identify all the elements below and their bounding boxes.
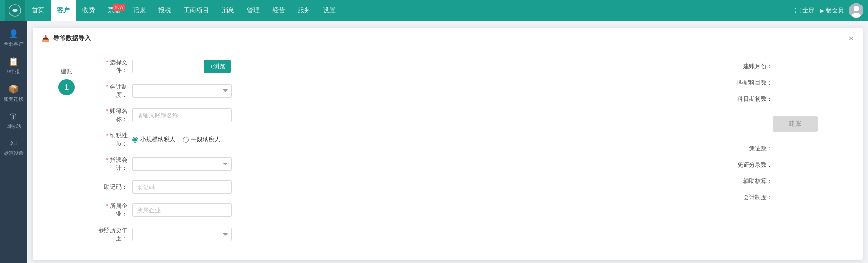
assign-accountant-row: 指派会计： <box>96 156 718 172</box>
step-label: 建账 <box>61 67 72 75</box>
match-accounts-row: 匹配科目数： <box>736 75 854 91</box>
aux-accounting-row: 辅助核算： <box>736 173 854 189</box>
period-init-label: 科目期初数： <box>736 95 777 103</box>
main-content: 📥 导爷数据导入 × 建账 1 选择文件： +浏览 <box>27 21 868 263</box>
info-panel: 建账月份： 匹配科目数： 科目期初数： 建账 凭证数： <box>727 58 863 251</box>
general-taxpayer-option[interactable]: 一般纳税人 <box>183 136 220 144</box>
build-month-label: 建账月份： <box>736 62 777 70</box>
vouchers-label: 凭证数： <box>736 145 777 153</box>
assign-accountant-select[interactable] <box>132 157 232 171</box>
voucher-entries-row: 凭证分录数： <box>736 157 854 173</box>
sidebar-item-tags[interactable]: 🏷 标签设置 <box>0 134 27 161</box>
history-year-label: 参照历史年度： <box>96 226 132 243</box>
memo-code-input[interactable] <box>132 180 232 194</box>
sidebar-item-declaration[interactable]: 📋 0申报 <box>0 52 27 80</box>
file-input[interactable] <box>132 60 204 73</box>
history-year-select[interactable] <box>132 228 232 241</box>
tags-icon: 🏷 <box>9 139 18 148</box>
top-nav: 首页 客户 收费 票据 new 记账 报税 工商项目 消息 管理 经营 服务 设… <box>0 0 868 21</box>
file-input-group: +浏览 <box>132 60 231 73</box>
nav-settings[interactable]: 设置 <box>317 0 342 21</box>
customers-icon: 👤 <box>9 29 19 39</box>
small-taxpayer-option[interactable]: 小规模纳税人 <box>132 136 175 144</box>
sidebar-item-all-customers[interactable]: 👤 全部客户 <box>0 24 27 52</box>
nav-tax[interactable]: 报税 <box>152 0 177 21</box>
fullscreen-btn[interactable]: ⛶ 全屏 <box>795 6 814 14</box>
import-icon: 📥 <box>42 35 49 42</box>
ledger-name-row: 账簿名称： <box>96 107 718 123</box>
nav-fee[interactable]: 收费 <box>76 0 101 21</box>
step-circle: 1 <box>58 79 75 95</box>
step-area: 建账 1 <box>33 58 87 251</box>
sidebar-item-recycle[interactable]: 🗑 回收站 <box>0 107 27 134</box>
tax-type-label: 纳税性质： <box>96 132 132 148</box>
memo-code-label: 助记码： <box>96 183 132 191</box>
accounting-system-row: 会计制度： <box>96 83 718 99</box>
accounting-system-label: 会计制度： <box>96 83 132 99</box>
nav-bookkeeping[interactable]: 记账 <box>127 0 152 21</box>
nav-invoice[interactable]: 票据 new <box>101 0 127 21</box>
accounting-system-select[interactable] <box>132 84 232 98</box>
sidebar: 👤 全部客户 📋 0申报 📦 账套迁移 🗑 回收站 🏷 标签设置 <box>0 21 27 263</box>
svg-point-2 <box>854 6 859 11</box>
fullscreen-icon: ⛶ <box>795 7 801 14</box>
dialog-header: 📥 导爷数据导入 × <box>33 28 863 49</box>
nav-customer[interactable]: 客户 <box>51 0 76 21</box>
logo[interactable] <box>5 0 25 21</box>
new-badge: new <box>113 4 125 11</box>
nav-home[interactable]: 首页 <box>25 0 51 21</box>
sidebar-item-migration[interactable]: 📦 账套迁移 <box>0 80 27 107</box>
match-accounts-label: 匹配科目数： <box>736 79 777 87</box>
ledger-name-input[interactable] <box>132 108 232 122</box>
info-accounting-system-row: 会计制度： <box>736 189 854 206</box>
build-account-button[interactable]: 建账 <box>773 116 818 132</box>
nav-message[interactable]: 消息 <box>215 0 241 21</box>
vouchers-row: 凭证数： <box>736 141 854 157</box>
close-button[interactable]: × <box>849 34 854 42</box>
nav-items: 首页 客户 收费 票据 new 记账 报税 工商项目 消息 管理 经营 服务 设… <box>25 0 795 21</box>
file-label: 选择文件： <box>96 58 132 75</box>
period-init-row: 科目期初数： <box>736 91 854 107</box>
tax-type-radio-group: 小规模纳税人 一般纳税人 <box>132 133 220 146</box>
build-month-row: 建账月份： <box>736 58 854 75</box>
company-label: 所属企业： <box>96 202 132 218</box>
company-input[interactable] <box>132 203 232 217</box>
declaration-icon: 📋 <box>9 56 19 66</box>
voucher-entries-label: 凭证分录数： <box>736 161 777 169</box>
history-year-row: 参照历史年度： <box>96 226 718 243</box>
tax-type-row: 纳税性质： 小规模纳税人 一般纳税人 <box>96 132 718 148</box>
member-btn[interactable]: ▶ 畅会员 <box>820 6 844 14</box>
dialog: 📥 导爷数据导入 × 建账 1 选择文件： +浏览 <box>33 28 863 260</box>
nav-right: ⛶ 全屏 ▶ 畅会员 <box>795 3 863 18</box>
avatar[interactable] <box>849 3 863 18</box>
info-accounting-system-label: 会计制度： <box>736 193 777 202</box>
small-taxpayer-radio[interactable] <box>132 137 138 143</box>
nav-operation[interactable]: 经营 <box>266 0 291 21</box>
file-row: 选择文件： +浏览 <box>96 58 718 75</box>
general-taxpayer-radio[interactable] <box>183 137 189 143</box>
dialog-title: 📥 导爷数据导入 <box>42 34 91 42</box>
memo-code-row: 助记码： <box>96 180 718 194</box>
aux-accounting-label: 辅助核算： <box>736 177 777 185</box>
nav-service[interactable]: 服务 <box>291 0 317 21</box>
assign-accountant-label: 指派会计： <box>96 156 132 172</box>
dialog-body: 建账 1 选择文件： +浏览 会计制度： <box>33 49 863 260</box>
recycle-icon: 🗑 <box>9 112 18 121</box>
migration-icon: 📦 <box>9 84 19 94</box>
nav-business[interactable]: 工商项目 <box>177 0 215 21</box>
browse-button[interactable]: +浏览 <box>204 60 231 73</box>
play-icon: ▶ <box>820 7 824 14</box>
company-row: 所属企业： <box>96 202 718 218</box>
nav-manage[interactable]: 管理 <box>241 0 266 21</box>
form-area: 选择文件： +浏览 会计制度： 账簿名称： <box>87 58 727 251</box>
ledger-name-label: 账簿名称： <box>96 107 132 123</box>
